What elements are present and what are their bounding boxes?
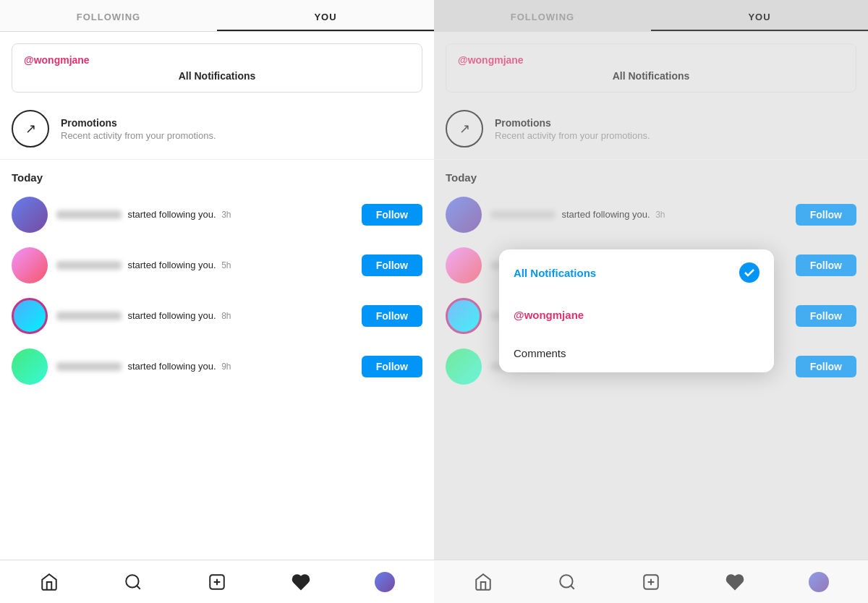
avatar — [12, 298, 48, 334]
avatar-r4 — [446, 348, 482, 385]
username-label: @wongmjane — [24, 54, 410, 66]
notif-time: 8h — [221, 311, 231, 321]
notif-time: 9h — [221, 362, 231, 372]
svg-line-1 — [137, 586, 140, 589]
avatar — [12, 348, 48, 385]
username-banner-right[interactable]: @wongmjane All Notifications — [446, 43, 856, 93]
search-nav-icon-right[interactable] — [557, 572, 577, 592]
username-blur-r1 — [490, 210, 556, 219]
promotions-icon: ↗ — [12, 110, 49, 147]
notif-item: started following you. 8h Follow — [0, 291, 434, 341]
notif-item: started following you. 9h Follow — [0, 341, 434, 392]
arrow-icon: ↗ — [25, 121, 36, 137]
promotions-text: Promotions Recent activity from your pro… — [61, 117, 216, 141]
notif-item: started following you. 3h Follow — [0, 189, 434, 240]
profile-nav-avatar[interactable] — [375, 572, 395, 592]
promotions-subtitle-right: Recent activity from your promotions. — [495, 130, 650, 141]
notif-text: started following you. 8h — [56, 309, 362, 323]
heart-nav-icon[interactable] — [291, 572, 311, 592]
left-panel: FOLLOWING YOU @wongmjane All Notificatio… — [0, 0, 434, 603]
home-nav-icon-right[interactable] — [473, 572, 493, 592]
dropdown-username-label: @wongmjane — [514, 309, 584, 321]
search-nav-icon[interactable] — [123, 572, 143, 592]
tab-you[interactable]: YOU — [217, 0, 434, 31]
notif-item: started following you. 5h Follow — [0, 240, 434, 291]
avatar-r3 — [446, 298, 482, 334]
avatar-r2 — [446, 247, 482, 283]
dropdown-item-username[interactable]: @wongmjane — [499, 296, 774, 334]
all-notifications-label: All Notifications — [24, 70, 410, 82]
right-panel: FOLLOWING YOU @wongmjane All Notificatio… — [434, 0, 868, 603]
username-label-right: @wongmjane — [458, 54, 844, 66]
notif-text-r1: started following you. 3h — [490, 208, 796, 222]
promotions-title-right: Promotions — [495, 117, 650, 129]
promotions-row[interactable]: ↗ Promotions Recent activity from your p… — [0, 98, 434, 160]
bottom-nav-right — [434, 560, 868, 603]
profile-nav-avatar-right[interactable] — [809, 572, 829, 592]
follow-button-3[interactable]: Follow — [362, 305, 422, 327]
tab-following-right[interactable]: FOLLOWING — [434, 0, 651, 31]
dropdown-all-notifications-label: All Notifications — [514, 267, 596, 279]
promotions-title: Promotions — [61, 117, 216, 129]
username-blur — [56, 210, 122, 219]
avatar — [12, 197, 48, 233]
notif-time-r1: 3h — [655, 210, 665, 220]
notif-desc: started following you. 5h — [127, 260, 231, 270]
home-nav-icon[interactable] — [39, 572, 59, 592]
follow-button-r2[interactable]: Follow — [796, 255, 856, 276]
heart-nav-icon-right[interactable] — [725, 572, 745, 592]
promotions-subtitle: Recent activity from your promotions. — [61, 130, 216, 141]
tab-bar-right: FOLLOWING YOU — [434, 0, 868, 32]
follow-button-r3[interactable]: Follow — [796, 305, 856, 327]
username-blur — [56, 261, 122, 270]
follow-button-4[interactable]: Follow — [362, 356, 422, 377]
arrow-icon-right: ↗ — [459, 121, 470, 137]
follow-button-r1[interactable]: Follow — [796, 204, 856, 226]
svg-line-6 — [571, 586, 574, 589]
tab-bar: FOLLOWING YOU — [0, 0, 434, 32]
dropdown-item-all-notifications[interactable]: All Notifications — [499, 249, 774, 296]
tab-you-right[interactable]: YOU — [651, 0, 868, 31]
tab-following[interactable]: FOLLOWING — [0, 0, 217, 31]
add-nav-icon-right[interactable] — [641, 572, 661, 592]
follow-button-1[interactable]: Follow — [362, 204, 422, 226]
today-heading-right: Today — [434, 160, 868, 189]
dropdown-item-comments[interactable]: Comments — [499, 334, 774, 372]
notif-desc: started following you. 3h — [127, 209, 231, 220]
promotions-icon-right: ↗ — [446, 110, 483, 147]
svg-point-0 — [126, 575, 138, 587]
notif-time: 5h — [221, 260, 231, 270]
promotions-text-right: Promotions Recent activity from your pro… — [495, 117, 650, 141]
add-nav-icon[interactable] — [207, 572, 227, 592]
avatar — [12, 247, 48, 283]
dropdown-menu[interactable]: All Notifications @wongmjane Comments — [499, 249, 774, 372]
notif-text: started following you. 5h — [56, 258, 362, 273]
username-blur — [56, 362, 122, 371]
avatar-r1 — [446, 197, 482, 233]
promotions-row-right[interactable]: ↗ Promotions Recent activity from your p… — [434, 98, 868, 160]
notif-desc: started following you. 9h — [127, 361, 231, 372]
notif-desc: started following you. 8h — [127, 310, 231, 321]
dropdown-comments-label: Comments — [514, 347, 566, 359]
bottom-nav — [0, 560, 434, 603]
svg-point-5 — [560, 575, 572, 587]
notif-time: 3h — [221, 210, 231, 220]
main-content: @wongmjane All Notifications ↗ Promotion… — [0, 32, 434, 603]
notif-item-r1: started following you. 3h Follow — [434, 189, 868, 240]
notif-text: started following you. 3h — [56, 208, 362, 222]
username-banner[interactable]: @wongmjane All Notifications — [12, 43, 422, 93]
notif-desc-r1: started following you. 3h — [561, 209, 665, 220]
today-heading: Today — [0, 160, 434, 189]
notif-text: started following you. 9h — [56, 359, 362, 374]
follow-button-2[interactable]: Follow — [362, 255, 422, 276]
check-circle — [739, 262, 760, 283]
follow-button-r4[interactable]: Follow — [796, 356, 856, 377]
all-notifications-label-right: All Notifications — [458, 70, 844, 82]
username-blur — [56, 312, 122, 320]
